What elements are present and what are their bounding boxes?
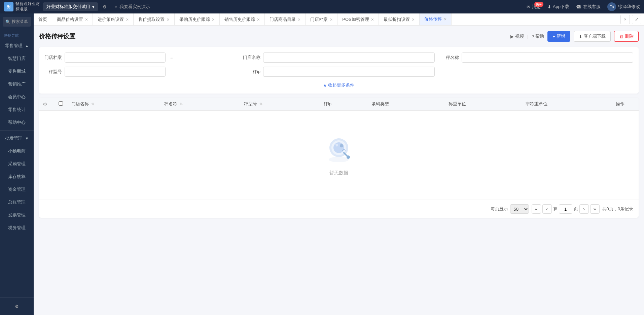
chevron-down-icon: ▾: [92, 4, 95, 9]
sidebar-item-inventory[interactable]: 库存核算: [0, 170, 34, 183]
filter-scale-name-input[interactable]: [462, 53, 633, 63]
tab-store-catalog[interactable]: 门店商品目录 ×: [265, 13, 306, 26]
sidebar-item-smart-store[interactable]: 智慧门店: [0, 52, 34, 65]
page-unit: 页: [574, 206, 578, 212]
filter-scale-ip-input[interactable]: [263, 67, 435, 77]
message-action[interactable]: ✉ 消息 99+: [527, 4, 541, 10]
sidebar-item-marketing[interactable]: 营销推广: [0, 78, 34, 91]
filter-store-archive-input[interactable]: [65, 53, 166, 63]
avatar: Ea: [607, 2, 616, 11]
filter-scale-name-label: 秤名称: [441, 55, 459, 61]
demo-link[interactable]: ○ 我要看实例演示: [115, 4, 150, 10]
sidebar-item-tax[interactable]: 税务管理: [0, 221, 34, 234]
tab-close-icon[interactable]: ×: [167, 17, 169, 22]
app-download-action[interactable]: ⬇ App下载: [547, 4, 569, 10]
filter-store-name-input[interactable]: [263, 53, 435, 63]
tab-close-icon[interactable]: ×: [330, 17, 332, 22]
th-barcode-type: 条码类型: [367, 98, 444, 111]
tabs-bar: 首页 商品价格设置 × 进价策略设置 × 售价提取设置 × 采购历史价跟踪 ×: [34, 13, 644, 26]
tab-purchase-strategy[interactable]: 进价策略设置 ×: [93, 13, 134, 26]
tab-close-icon[interactable]: ×: [85, 17, 88, 22]
app-wrapper: 财 畅捷通好业财 标准版 好业财标准版交付试用 ▾ ⚙ ○ 我要看实例演示 ✉ …: [0, 0, 644, 315]
tab-purchase-history[interactable]: 采购历史价跟踪 ×: [175, 13, 220, 26]
next-page-button[interactable]: ›: [579, 204, 589, 214]
sidebar-item-invoice[interactable]: 发票管理: [0, 209, 34, 221]
collapse-button[interactable]: ∧ 收起更多条件: [323, 82, 354, 88]
sidebar-item-help-center[interactable]: 帮助中心: [0, 116, 34, 129]
sidebar-item-xiaochang[interactable]: 小畅电商: [0, 145, 34, 158]
sidebar-item-member[interactable]: 会员中心: [0, 91, 34, 103]
th-scale-model[interactable]: 秤型号 ⇅: [240, 98, 320, 111]
tab-home[interactable]: 首页: [34, 13, 52, 26]
sidebar-bottom: ⚙: [0, 298, 34, 315]
separator: |: [527, 34, 528, 39]
help-link[interactable]: ? 帮助: [532, 33, 544, 39]
sidebar-item-retail-stats[interactable]: 零售统计: [0, 103, 34, 116]
sidebar-item-label: 库存核算: [8, 174, 26, 180]
last-page-button[interactable]: »: [590, 204, 600, 214]
table-settings-icon[interactable]: ⚙: [43, 102, 47, 107]
help-label: 帮助: [535, 33, 544, 39]
filter-scale-model-input[interactable]: [65, 67, 166, 77]
video-link[interactable]: ▶ 视频: [510, 33, 524, 39]
th-scale-name[interactable]: 秤名称 ⇅: [160, 98, 240, 111]
user-info[interactable]: Ea 徐泽华修改: [607, 2, 640, 11]
pagination-bar: 每页显示 10 20 50 100 « ‹: [39, 200, 639, 218]
sidebar-item-purchase-mgmt[interactable]: 采购管理: [0, 158, 34, 170]
download-button[interactable]: ⬇ 客户端下载: [574, 31, 611, 42]
tab-price-transfer[interactable]: 价格传秤 ×: [420, 13, 452, 26]
video-label: 视频: [515, 33, 524, 39]
sidebar-item-general-ledger[interactable]: 总账管理: [0, 196, 34, 209]
tab-close-icon[interactable]: ×: [257, 17, 260, 22]
tab-sale-price[interactable]: 售价提取设置 ×: [134, 13, 174, 26]
search-menu-button[interactable]: 🔍 搜索菜单: [3, 17, 31, 27]
tab-label: 商品价格设置: [57, 16, 83, 23]
tab-close-icon[interactable]: ×: [298, 17, 300, 22]
tab-store-archive[interactable]: 门店档案 ×: [306, 13, 337, 26]
per-page-select[interactable]: 10 20 50 100: [510, 204, 529, 214]
sidebar-item-finance[interactable]: 资金管理: [0, 183, 34, 196]
sidebar-item-retail-mgmt[interactable]: 零售管理 ▲: [0, 39, 34, 52]
empty-state: 暂无数据: [43, 114, 635, 196]
close-tab-button[interactable]: ×: [620, 15, 630, 24]
th-actions: 操作: [612, 98, 639, 111]
tab-goods-price[interactable]: 商品价格设置 ×: [52, 13, 93, 26]
online-service-action[interactable]: ☎ 在线客服: [576, 4, 601, 10]
sort-icon: ⇅: [91, 102, 94, 106]
add-icon: +: [552, 34, 555, 39]
tab-close-icon[interactable]: ×: [371, 17, 374, 22]
add-button[interactable]: + 新增: [547, 31, 570, 42]
version-selector[interactable]: 好业财标准版交付试用 ▾: [43, 2, 98, 11]
tab-min-discount[interactable]: 最低折扣设置 ×: [379, 13, 420, 26]
filter-store-archive: 门店档案 ···: [44, 53, 236, 63]
page-number-input[interactable]: [559, 204, 572, 214]
select-all-checkbox[interactable]: [59, 101, 63, 106]
sidebar-search: 🔍 搜索菜单: [0, 13, 34, 30]
first-page-button[interactable]: «: [532, 204, 541, 214]
tab-close-icon[interactable]: ×: [126, 17, 129, 22]
tab-label: 销售历史价跟踪: [224, 16, 255, 23]
expand-tab-button[interactable]: ⤢: [632, 15, 641, 24]
sidebar-item-wholesale-mgmt[interactable]: 批发管理 ▼: [0, 132, 34, 145]
settings-icon[interactable]: ⚙: [100, 2, 109, 11]
tab-pos-mgmt[interactable]: POS加密管理 ×: [337, 13, 379, 26]
tab-sale-history[interactable]: 销售历史价跟踪 ×: [220, 13, 265, 26]
tab-close-icon[interactable]: ×: [444, 17, 446, 22]
table-card: ⚙ 门店名称 ⇅ 秤名称: [39, 98, 639, 218]
tab-label: 门店档案: [310, 16, 328, 23]
prev-page-button[interactable]: ‹: [542, 204, 552, 214]
page-total: 共0页，0条记录: [602, 206, 633, 212]
tab-close-icon[interactable]: ×: [212, 17, 215, 22]
help-icon: ?: [532, 34, 534, 39]
th-store-name[interactable]: 门店名称 ⇅: [67, 98, 160, 111]
tab-close-icon[interactable]: ×: [412, 17, 415, 22]
filter-card: 门店档案 ··· 门店名称 秤名称: [39, 47, 639, 94]
tab-label: 门店商品目录: [270, 16, 296, 23]
sidebar-settings-button[interactable]: ⚙: [3, 301, 31, 312]
page-nav: « ‹ 算 页 › »: [532, 204, 600, 214]
delete-button[interactable]: 🗑 删除: [614, 31, 639, 42]
sidebar-item-retail-mall[interactable]: 零售商城: [0, 65, 34, 78]
tab-label: POS加密管理: [342, 16, 369, 23]
video-icon: ▶: [510, 34, 514, 39]
more-options-icon[interactable]: ···: [168, 55, 175, 60]
